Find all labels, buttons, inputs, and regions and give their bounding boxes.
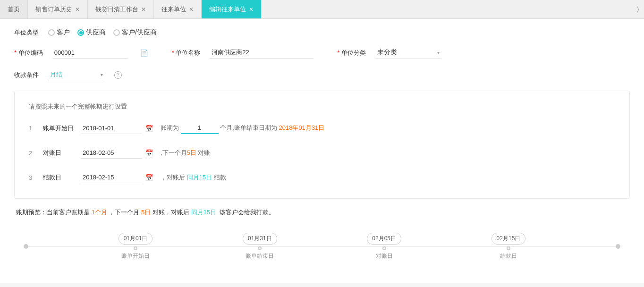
timeline-dot-start	[24, 244, 28, 249]
period-desc: 账期为 个月,账单结束日期为 2018年01月31日	[161, 122, 324, 134]
preview-label: 账期预览：当前客户账期是	[16, 209, 90, 216]
payment-terms-label: 收款条件	[14, 71, 39, 79]
tab-home[interactable]: 首页	[0, 0, 28, 18]
tab-partner-label: 往来单位	[161, 5, 186, 14]
tab-home-label: 首页	[8, 5, 20, 14]
payment-label: 结款日	[43, 173, 81, 182]
tab-edit-partner[interactable]: 编辑往来单位 ✕	[202, 0, 262, 18]
preview-text3: 该客户会给我打款。	[218, 209, 275, 216]
preview-text: 账期预览：当前客户账期是 1个月 ，下一个月 5日 对账，对账后 同月15日 该…	[14, 208, 630, 217]
timeline-dot-1	[134, 246, 137, 250]
chevron-down-icon: ▾	[101, 72, 103, 77]
billing-start-label: 账单开始日	[43, 124, 81, 133]
timeline-badge-1: 01月01日	[119, 233, 153, 245]
payment-day: 同月15日	[187, 174, 212, 181]
timeline-label-4: 结款日	[500, 252, 517, 260]
period-settings-section: 请按照未来的一个完整帐期进行设置 1 账单开始日 📅 账期为 个月,账单结束日期…	[14, 91, 630, 199]
tab-expand[interactable]: 〉	[632, 0, 644, 18]
tab-sales-history[interactable]: 销售订单历史 ✕	[28, 0, 88, 18]
unit-category-dropdown[interactable]: 未分类 ▾	[375, 46, 441, 59]
tab-edit-partner-label: 编辑往来单位	[209, 5, 246, 14]
reconcile-label: 对账日	[43, 149, 81, 157]
timeline-point-3: 02月05日 对账日	[367, 233, 401, 260]
close-icon[interactable]: ✕	[75, 6, 80, 13]
reconcile-day: 5日	[187, 149, 196, 156]
close-icon[interactable]: ✕	[141, 6, 146, 13]
doc-icon[interactable]: 📄	[140, 49, 148, 57]
unit-info-row: 单位编码 📄 单位名称 单位分类 未分类 ▾	[14, 46, 630, 59]
radio-supplier[interactable]: 供应商	[77, 28, 106, 37]
unit-type-label: 单位类型	[14, 28, 39, 37]
radio-customer[interactable]: 客户	[48, 28, 70, 37]
billing-end-date: 2018年01月31日	[279, 124, 324, 131]
radio-both-label: 客户/供应商	[122, 28, 157, 37]
tab-cash-work-label: 钱货日清工作台	[95, 5, 138, 14]
unit-type-row: 单位类型 客户 供应商 客户/供应商	[14, 28, 630, 37]
timeline-badge-2: 01月31日	[243, 233, 277, 245]
unit-code-input[interactable]	[52, 47, 128, 59]
payment-terms-row: 收款条件 月结 ▾ ?	[14, 68, 630, 81]
tab-sales-history-label: 销售订单历史	[35, 5, 72, 14]
unit-category-label: 单位分类	[337, 49, 366, 57]
radio-both-circle	[113, 29, 120, 36]
close-icon[interactable]: ✕	[189, 6, 194, 13]
timeline-badge-4: 02月15日	[491, 233, 526, 245]
calendar-icon[interactable]: 📅	[145, 125, 153, 132]
timeline-point-1: 01月01日 账单开始日	[119, 233, 153, 260]
preview-months: 1个月	[92, 209, 107, 216]
reconcile-date[interactable]	[81, 147, 142, 159]
timeline-badge-3: 02月05日	[367, 233, 401, 245]
timeline-label-3: 对账日	[376, 252, 393, 260]
row-num-3: 3	[29, 174, 43, 181]
row-num-1: 1	[29, 125, 43, 132]
preview-payment-day: 同月15日	[191, 209, 216, 216]
radio-both[interactable]: 客户/供应商	[113, 28, 157, 37]
calendar-icon[interactable]: 📅	[145, 149, 153, 157]
reconcile-desc: ,下一个月5日 对账	[161, 149, 210, 157]
unit-code-label: 单位编码	[14, 49, 43, 57]
help-icon[interactable]: ?	[114, 71, 122, 79]
radio-group: 客户 供应商 客户/供应商	[48, 28, 157, 37]
tab-bar: 首页 销售订单历史 ✕ 钱货日清工作台 ✕ 往来单位 ✕ 编辑往来单位 ✕ 〉	[0, 0, 644, 19]
timeline-label-1: 账单开始日	[121, 252, 150, 260]
unit-name-label: 单位名称	[172, 49, 201, 57]
payment-row: 3 结款日 📅 ，对账后 同月15日 结款	[29, 172, 615, 183]
billing-start-date[interactable]	[81, 123, 142, 134]
reconcile-row: 2 对账日 📅 ,下一个月5日 对账	[29, 147, 615, 159]
timeline: 01月01日 账单开始日 01月31日 账单结束日 02月05日 对账日 02月…	[14, 228, 630, 265]
chevron-down-icon: ▾	[437, 50, 440, 55]
unit-name-input[interactable]	[210, 47, 314, 59]
preview-text1: ，下一个月	[109, 209, 139, 216]
main-content: 单位类型 客户 供应商 客户/供应商 单位编码 📄 单位名称 单位分类 未分类	[0, 19, 644, 283]
payment-terms-dropdown[interactable]: 月结 ▾	[48, 68, 105, 81]
timeline-dot-4	[507, 246, 510, 250]
timeline-dot-end	[616, 244, 620, 249]
period-months-input[interactable]	[181, 122, 219, 134]
calendar-icon[interactable]: 📅	[145, 174, 153, 181]
timeline-dot-3	[382, 246, 386, 250]
radio-supplier-label: 供应商	[86, 28, 106, 37]
preview-reconcile-day: 5日	[141, 209, 151, 216]
close-icon[interactable]: ✕	[249, 6, 254, 13]
timeline-end	[616, 244, 620, 249]
tab-cash-work[interactable]: 钱货日清工作台 ✕	[88, 0, 154, 18]
payment-terms-value: 月结	[50, 70, 62, 79]
section-instruction: 请按照未来的一个完整帐期进行设置	[29, 102, 615, 111]
timeline-label-2: 账单结束日	[246, 252, 274, 260]
unit-category-value: 未分类	[377, 48, 397, 57]
payment-desc: ，对账后 同月15日 结款	[161, 173, 226, 182]
tab-partner[interactable]: 往来单位 ✕	[154, 0, 202, 18]
timeline-dot-2	[258, 246, 262, 250]
timeline-start	[24, 244, 28, 249]
preview-text2: 对账，对账后	[153, 209, 189, 216]
timeline-point-2: 01月31日 账单结束日	[243, 233, 277, 260]
radio-customer-circle	[48, 29, 55, 36]
billing-start-row: 1 账单开始日 📅 账期为 个月,账单结束日期为 2018年01月31日	[29, 122, 615, 134]
payment-date[interactable]	[81, 172, 142, 183]
radio-supplier-circle	[77, 29, 84, 36]
timeline-point-4: 02月15日 结款日	[491, 233, 526, 260]
row-num-2: 2	[29, 150, 43, 157]
radio-customer-label: 客户	[57, 28, 70, 37]
